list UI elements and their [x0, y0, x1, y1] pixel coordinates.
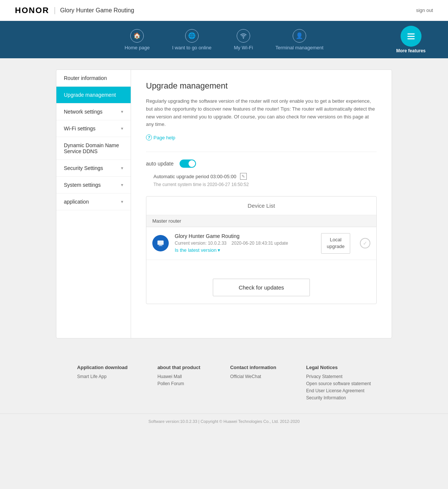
more-features-circle-icon	[401, 26, 421, 47]
footer-link-eula[interactable]: End User License Agreement	[306, 388, 371, 393]
sidebar: Router information Upgrade management Ne…	[56, 70, 131, 338]
sidebar-item-label: application	[64, 199, 89, 205]
description-text: Regularly upgrading the software version…	[146, 98, 377, 129]
page-title: Upgrade management	[146, 81, 377, 91]
footer-col-title: Contact information	[230, 365, 276, 370]
nav-item-terminal[interactable]: 👤 Terminal management	[276, 29, 324, 50]
sidebar-item-system[interactable]: System settings ▾	[56, 177, 131, 194]
svg-rect-6	[159, 246, 163, 246]
device-meta: Current version: 10.0.2.33 2020-06-20 18…	[175, 241, 315, 246]
footer-columns: Application download Smart Life App abou…	[0, 365, 448, 402]
device-version: Current version: 10.0.2.33	[175, 241, 227, 246]
nav-item-wifi[interactable]: My Wi-Fi	[234, 29, 253, 50]
footer-col-title: Legal Notices	[306, 365, 371, 370]
nav-items: 🏠 Home page 🌐 I want to go online My Wi-…	[125, 29, 324, 50]
page-help-label: Page help	[153, 135, 175, 140]
nav-item-home[interactable]: 🏠 Home page	[125, 29, 150, 50]
footer-col-download: Application download Smart Life App	[77, 365, 128, 402]
svg-rect-4	[158, 241, 164, 245]
product-title: Glory Hunter Game Routing	[60, 7, 134, 14]
sidebar-item-upgrade[interactable]: Upgrade management	[56, 87, 131, 103]
main-container: Router information Upgrade management Ne…	[56, 69, 392, 338]
device-row: Glory Hunter Game Routing Current versio…	[146, 227, 376, 260]
logo: HONOR | Glory Hunter Game Routing	[15, 6, 134, 15]
auto-update-label: auto update	[146, 161, 174, 167]
footer-link-opensource[interactable]: Open source software statement	[306, 381, 371, 386]
svg-rect-2	[407, 36, 415, 37]
chevron-down-icon: ▾	[121, 199, 123, 204]
svg-point-0	[243, 37, 244, 38]
device-info: Glory Hunter Game Routing Current versio…	[175, 233, 315, 253]
content-area: Upgrade management Regularly upgrading t…	[131, 70, 392, 338]
device-list-card: Device List Master router Glory Hunter G…	[146, 196, 377, 304]
section-divider	[146, 152, 377, 152]
sidebar-item-label: Network settings	[64, 109, 102, 115]
chevron-down-icon: ▾	[218, 247, 220, 253]
sidebar-item-label: System settings	[64, 182, 101, 188]
latest-version-link[interactable]: Is the latest version ▾	[175, 247, 220, 253]
footer-col-contact: Contact information Official WeChat	[230, 365, 276, 402]
home-icon: 🏠	[130, 29, 144, 43]
nav-item-online[interactable]: 🌐 I want to go online	[172, 29, 212, 50]
help-icon: ?	[146, 134, 152, 140]
page-help-link[interactable]: ? Page help	[146, 134, 377, 140]
svg-rect-5	[159, 245, 162, 246]
edit-icon[interactable]: ✎	[240, 173, 247, 180]
header: HONOR | Glory Hunter Game Routing sign o…	[0, 0, 448, 21]
nav-label-home: Home page	[125, 45, 150, 50]
nav-label-wifi: My Wi-Fi	[234, 45, 253, 50]
svg-rect-3	[407, 38, 415, 39]
footer-col-product: about that product Huawei Mall Pollen Fo…	[158, 365, 200, 402]
check-updates-button[interactable]: Check for updates	[213, 279, 310, 296]
footer-link-wechat[interactable]: Official WeChat	[230, 374, 276, 379]
footer-link-security[interactable]: Security Information	[306, 395, 371, 400]
sidebar-item-ddns[interactable]: Dynamic Domain Name Service DDNS	[56, 137, 131, 160]
chevron-down-icon: ▾	[121, 182, 123, 188]
footer-link-privacy[interactable]: Privacy Statement	[306, 374, 371, 379]
footer-link-mall[interactable]: Huawei Mall	[158, 374, 200, 379]
empty-space	[146, 260, 376, 275]
main-nav: 🏠 Home page 🌐 I want to go online My Wi-…	[0, 21, 448, 58]
upgrade-period-text: Automatic upgrade period 03:00-05:00	[153, 174, 236, 179]
svg-rect-1	[407, 33, 415, 34]
footer-link-pollen[interactable]: Pollen Forum	[158, 381, 200, 386]
device-update-date: 2020-06-20 18:43:31 update	[231, 241, 288, 246]
footer-link-smart-life[interactable]: Smart Life App	[77, 374, 128, 379]
nav-label-terminal: Terminal management	[276, 45, 324, 50]
brand-name: HONOR	[15, 6, 49, 15]
sidebar-item-network[interactable]: Network settings ▾	[56, 103, 131, 120]
globe-icon: 🌐	[185, 29, 199, 43]
master-router-label: Master router	[146, 215, 376, 227]
sidebar-item-application[interactable]: application ▾	[56, 194, 131, 210]
footer-col-title: Application download	[77, 365, 128, 370]
chevron-down-icon: ▾	[121, 126, 123, 131]
upgrade-period-row: Automatic upgrade period 03:00-05:00 ✎	[153, 173, 377, 180]
sidebar-item-wifi[interactable]: Wi-Fi settings ▾	[56, 120, 131, 137]
sidebar-item-security[interactable]: Security Settings ▾	[56, 160, 131, 177]
sidebar-item-label: Dynamic Domain Name Service DDNS	[64, 142, 123, 154]
sidebar-item-label: Security Settings	[64, 165, 103, 171]
auto-update-row: auto update	[146, 160, 377, 168]
device-list-header: Device List	[146, 196, 376, 215]
local-upgrade-button[interactable]: Localupgrade	[321, 233, 350, 253]
nav-label-online: I want to go online	[172, 45, 212, 50]
footer-bottom: Software version:10.0.2.33 | Copyright ©…	[0, 414, 448, 424]
footer: Application download Smart Life App abou…	[0, 350, 448, 431]
logo-divider: |	[54, 6, 56, 15]
sidebar-item-label: Router information	[64, 75, 107, 81]
wifi-icon	[237, 29, 250, 43]
auto-update-toggle[interactable]	[180, 160, 196, 168]
more-features-button[interactable]: More features	[396, 26, 426, 53]
device-name: Glory Hunter Game Routing	[175, 233, 315, 239]
device-icon	[152, 235, 169, 251]
sign-out-link[interactable]: sign out	[416, 7, 433, 13]
status-check-icon: ✓	[360, 238, 370, 248]
sidebar-item-label: Wi-Fi settings	[64, 126, 96, 131]
system-time-text: The current system time is 2020-06-27 16…	[153, 182, 377, 187]
chevron-down-icon: ▾	[121, 165, 123, 171]
sidebar-item-router-info[interactable]: Router information	[56, 70, 131, 87]
more-features-label: More features	[396, 48, 426, 53]
footer-copyright: Software version:10.0.2.33 | Copyright ©…	[148, 419, 299, 424]
terminal-icon: 👤	[293, 29, 306, 43]
chevron-down-icon: ▾	[121, 109, 123, 114]
